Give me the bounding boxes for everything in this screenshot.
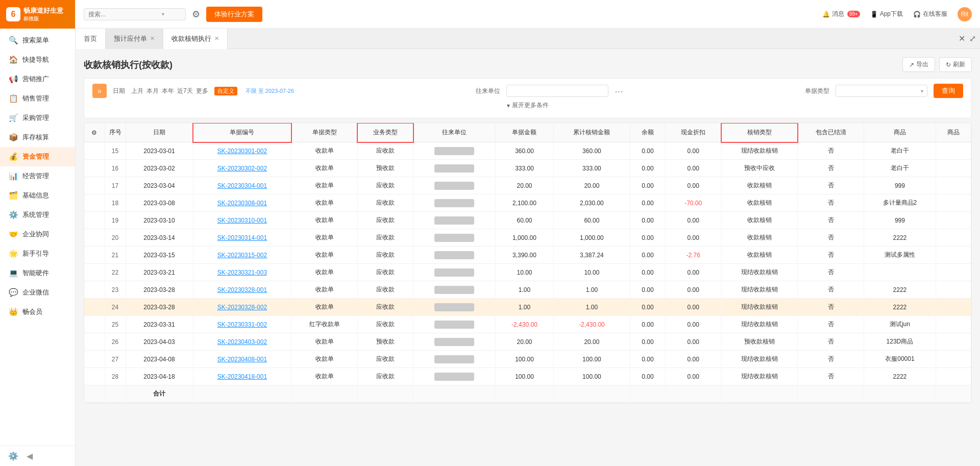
partner-filter-input[interactable] <box>506 85 608 97</box>
export-button[interactable]: ↗ 导出 <box>902 57 935 72</box>
table-row[interactable]: 192023-03-10SK-20230310-001收款单应收款███████… <box>84 212 971 229</box>
date-option-0[interactable]: 上月 <box>131 87 143 95</box>
cell-doc_no[interactable]: SK-20230328-002 <box>193 299 291 316</box>
doc-link[interactable]: SK-20230328-001 <box>217 286 267 293</box>
doc-link[interactable]: SK-20230403-002 <box>217 338 267 346</box>
cell-doc_no[interactable]: SK-20230308-001 <box>193 194 291 212</box>
partner-dots-button[interactable]: ··· <box>615 86 623 96</box>
table-row[interactable]: 222023-03-21SK-20230321-003收款单应收款███████… <box>84 264 971 281</box>
doc-link[interactable]: SK-20230328-002 <box>217 304 267 311</box>
doc-link[interactable]: SK-20230331-002 <box>217 321 267 328</box>
sidebar-item-member[interactable]: 👑 畅会员 <box>0 302 75 322</box>
sidebar-item-inventory[interactable]: 📦 库存核算 <box>0 128 75 147</box>
date-option-3[interactable]: 近7天 <box>177 87 193 95</box>
table-row[interactable]: 162023-03-02SK-20230302-002收款单预收款███████… <box>84 160 971 177</box>
search-icon: 🔍 <box>8 36 18 45</box>
cell-doc_no[interactable]: SK-20230301-002 <box>193 142 291 160</box>
doc-link[interactable]: SK-20230308-001 <box>217 200 267 207</box>
table-row[interactable]: 272023-04-08SK-20230408-001收款单应收款███████… <box>84 351 971 368</box>
expand-tab-icon[interactable]: ⤢ <box>969 34 976 43</box>
table-row[interactable]: 262023-04-03SK-20230403-002收款单预收款███████… <box>84 333 971 351</box>
cell-doc_no[interactable]: SK-20230418-001 <box>193 368 291 385</box>
table-row[interactable]: 252023-03-31SK-20230331-002红字收款单应收款█████… <box>84 316 971 333</box>
cell-goods2 <box>936 229 971 247</box>
sidebar-item-search[interactable]: 🔍 搜索菜单 <box>0 31 75 50</box>
sidebar-item-marketing[interactable]: 📢 营销推广 <box>0 69 75 89</box>
cell-doc_no[interactable]: SK-20230321-003 <box>193 264 291 281</box>
cell-verified: 3,387.24 <box>554 247 630 264</box>
cell-doc_no[interactable]: SK-20230310-001 <box>193 212 291 229</box>
col-header-biz_type: 业务类型 <box>357 123 413 142</box>
doc-link[interactable]: SK-20230321-003 <box>217 269 267 276</box>
tab-home[interactable]: 首页 <box>76 29 106 49</box>
doc-type-select[interactable] <box>836 85 927 97</box>
cell-doc_no[interactable]: SK-20230403-002 <box>193 333 291 351</box>
topbar-search-wrap[interactable]: ▾ <box>84 8 186 20</box>
sidebar-item-finance[interactable]: 💰 资金管理 <box>0 147 75 166</box>
messages-button[interactable]: 🔔 消息 99+ <box>822 10 860 18</box>
sidebar-item-quick-nav[interactable]: 🏠 快捷导航 <box>0 50 75 69</box>
settings-icon[interactable]: ⚙️ <box>8 451 18 461</box>
cell-doc_no[interactable]: SK-20230315-002 <box>193 247 291 264</box>
sidebar-item-system[interactable]: ⚙️ 系统管理 <box>0 205 75 225</box>
expand-conditions-button[interactable]: ▾ 展开更多条件 <box>92 98 963 113</box>
doc-link[interactable]: SK-20230314-001 <box>217 234 267 241</box>
close-tab-prepay[interactable]: ✕ <box>150 35 155 42</box>
sidebar-item-base[interactable]: 🗂️ 基础信息 <box>0 186 75 205</box>
sidebar-label-operations: 经营管理 <box>22 171 49 181</box>
doc-link[interactable]: SK-20230302-002 <box>217 165 267 172</box>
sidebar: 6 畅康道好生意 标推版 🔍 搜索菜单🏠 快捷导航📢 营销推广📋 销售管理🛒 采… <box>0 0 76 466</box>
cell-discount: 0.00 <box>665 316 721 333</box>
refresh-button[interactable]: ↻ 刷新 <box>939 57 972 72</box>
table-row[interactable]: 242023-03-28SK-20230328-002收款单应收款███████… <box>84 299 971 316</box>
cell-doc_no[interactable]: SK-20230331-002 <box>193 316 291 333</box>
doc-link[interactable]: SK-20230310-001 <box>217 217 267 224</box>
close-tab-collect[interactable]: ✕ <box>214 35 219 42</box>
sidebar-item-guide[interactable]: 🌟 新手引导 <box>0 244 75 263</box>
sidebar-item-purchase[interactable]: 🛒 采购管理 <box>0 108 75 128</box>
industry-solution-button[interactable]: 体验行业方案 <box>206 7 262 22</box>
cell-doc_no[interactable]: SK-20230314-001 <box>193 229 291 247</box>
col-header-gear[interactable]: ⚙ <box>84 123 105 142</box>
table-row[interactable]: 152023-03-01SK-20230301-002收款单应收款███████… <box>84 142 971 160</box>
close-tab-icon[interactable]: ✕ <box>959 34 965 43</box>
custom-date-button[interactable]: 自定义 <box>214 87 237 95</box>
doc-link[interactable]: SK-20230408-001 <box>217 356 267 363</box>
table-row[interactable]: 212023-03-15SK-20230315-002收款单应收款███████… <box>84 247 971 264</box>
doc-link[interactable]: SK-20230315-002 <box>217 252 267 259</box>
filter-collapse-button[interactable]: » <box>92 84 107 98</box>
sidebar-item-sales[interactable]: 📋 销售管理 <box>0 89 75 108</box>
tab-prepay[interactable]: 预计应付单✕ <box>106 29 163 49</box>
table-row[interactable]: 202023-03-14SK-20230314-001收款单应收款███████… <box>84 229 971 247</box>
date-option-2[interactable]: 本年 <box>162 87 174 95</box>
doc-link[interactable]: SK-20230418-001 <box>217 373 267 380</box>
app-download-button[interactable]: 📱 App下载 <box>870 10 903 18</box>
sidebar-item-hardware[interactable]: 💻 智能硬件 <box>0 263 75 283</box>
doc-link[interactable]: SK-20230301-002 <box>217 148 267 155</box>
topbar-search-input[interactable] <box>88 11 160 18</box>
cell-discount: 0.00 <box>665 333 721 351</box>
sidebar-item-cooperation[interactable]: 🤝 企业协同 <box>0 225 75 244</box>
table-row[interactable]: 182023-03-08SK-20230308-001收款单应收款███████… <box>84 194 971 212</box>
tab-collect[interactable]: 收款核销执行✕ <box>163 29 228 49</box>
sidebar-item-wechat[interactable]: 💬 企业微信 <box>0 283 75 302</box>
cell-doc_no[interactable]: SK-20230304-001 <box>193 177 291 194</box>
cell-doc_no[interactable]: SK-20230328-001 <box>193 281 291 299</box>
table-row[interactable]: 172023-03-04SK-20230304-001收款单应收款███████… <box>84 177 971 194</box>
date-option-4[interactable]: 更多 <box>196 87 208 95</box>
user-avatar[interactable]: Rit <box>958 7 972 21</box>
table-row[interactable]: 282023-04-18SK-20230418-001收款单应收款███████… <box>84 368 971 385</box>
collapse-icon[interactable]: ◀ <box>27 451 33 461</box>
query-button[interactable]: 查询 <box>934 84 963 98</box>
doc-link[interactable]: SK-20230304-001 <box>217 182 267 189</box>
support-button[interactable]: 🎧 在线客服 <box>913 10 947 18</box>
date-option-1[interactable]: 本月 <box>146 87 159 95</box>
topbar-gear-icon[interactable]: ⚙ <box>192 9 200 20</box>
cell-goods2 <box>936 194 971 212</box>
cell-include_cleared: 否 <box>798 351 864 368</box>
cell-doc_no[interactable]: SK-20230408-001 <box>193 351 291 368</box>
table-row[interactable]: 232023-03-28SK-20230328-001收款单应收款███████… <box>84 281 971 299</box>
sidebar-item-operations[interactable]: 📊 经营管理 <box>0 166 75 186</box>
cell-doc_no[interactable]: SK-20230302-002 <box>193 160 291 177</box>
topbar-chevron-icon: ▾ <box>162 11 164 17</box>
